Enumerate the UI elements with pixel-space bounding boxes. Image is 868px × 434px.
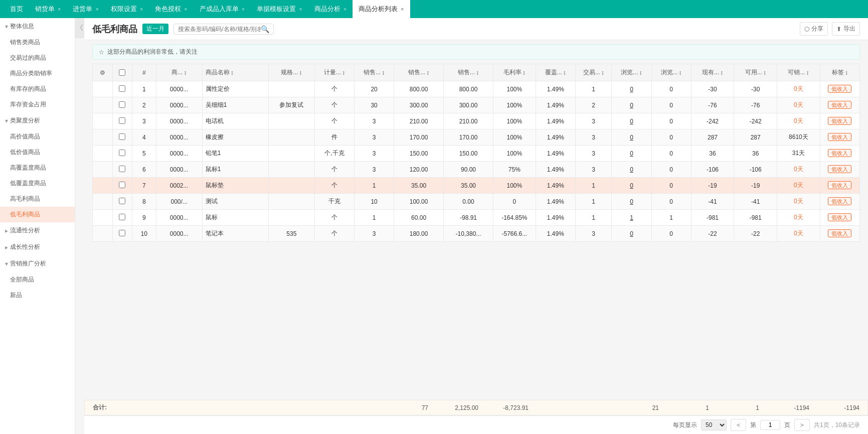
row-checkbox[interactable] xyxy=(119,182,125,188)
close-icon[interactable]: × xyxy=(58,6,61,12)
close-icon[interactable]: × xyxy=(401,6,404,12)
search-icon[interactable]: 🔍 xyxy=(261,25,269,33)
cell-pv1[interactable]: 0 xyxy=(612,162,651,178)
sidebar-item-high-gross[interactable]: 高毛利商品 xyxy=(0,191,75,207)
cell-pv1[interactable]: 0 xyxy=(612,178,651,194)
row-checkbox[interactable] xyxy=(119,133,125,140)
row-checkbox[interactable] xyxy=(119,230,125,236)
sidebar-group-cluster[interactable]: ▾ 类聚度分析 xyxy=(0,112,75,129)
nav-home[interactable]: 首页 xyxy=(4,0,29,18)
col-tag-header[interactable]: 标签 ↕ xyxy=(820,64,859,81)
page-input[interactable] xyxy=(760,420,780,430)
next-page-button[interactable]: ＞ xyxy=(794,419,810,431)
col-sale-price-header[interactable]: 销售... ↕ xyxy=(394,64,444,81)
col-settings[interactable]: ⚙ xyxy=(93,64,113,81)
nav-product-in[interactable]: 产成品入库单 × xyxy=(194,0,251,18)
col-gross-rate-header[interactable]: 毛利率 ↕ xyxy=(493,64,536,81)
table-row[interactable]: 4 0000... 橡皮擦 件 3 170.00 170.00 100% 1.4… xyxy=(93,129,860,146)
sidebar-item-high-cover[interactable]: 高覆盖度商品 xyxy=(0,160,75,176)
cell-pv1[interactable]: 0 xyxy=(612,129,651,146)
cell-check[interactable] xyxy=(112,129,132,146)
col-pv2-header[interactable]: 浏览... ↕ xyxy=(651,64,691,81)
sidebar-item-sales-products[interactable]: 销售类商品 xyxy=(0,35,75,50)
cell-pv1[interactable]: 0 xyxy=(612,81,651,97)
sidebar-item-low-gross[interactable]: 低毛利商品 xyxy=(0,207,75,222)
cell-pv1[interactable]: 1 xyxy=(612,210,651,226)
row-checkbox[interactable] xyxy=(119,198,125,204)
select-all-checkbox[interactable] xyxy=(119,69,125,76)
cell-settings[interactable] xyxy=(93,97,113,113)
cell-settings[interactable] xyxy=(93,194,113,210)
table-row[interactable]: 7 0002... 鼠标垫 个 1 35.00 35.00 100% 1.49%… xyxy=(93,178,860,194)
sidebar-group-marketing[interactable]: ▾ 营销推广分析 xyxy=(0,255,75,272)
col-tx-header[interactable]: 交易... ↕ xyxy=(575,64,612,81)
col-check[interactable] xyxy=(112,64,132,81)
col-code-header[interactable]: 商... ↕ xyxy=(156,64,202,81)
cell-check[interactable] xyxy=(112,210,132,226)
sidebar-item-capital[interactable]: 库存资金占用 xyxy=(0,97,75,112)
cell-settings[interactable] xyxy=(93,178,113,194)
row-checkbox[interactable] xyxy=(119,85,125,92)
search-input[interactable] xyxy=(178,26,261,33)
col-cover-header[interactable]: 覆盖... ↕ xyxy=(536,64,575,81)
row-checkbox[interactable] xyxy=(119,101,125,108)
nav-sales[interactable]: 销货单 × xyxy=(29,0,67,18)
cell-check[interactable] xyxy=(112,226,132,242)
row-checkbox[interactable] xyxy=(119,150,125,156)
cell-pv1[interactable]: 0 xyxy=(612,113,651,129)
sidebar-item-low-value[interactable]: 低价值商品 xyxy=(0,144,75,160)
table-row[interactable]: 6 0000... 鼠标1 个 3 120.00 90.00 75% 1.49%… xyxy=(93,162,860,178)
cell-check[interactable] xyxy=(112,81,132,97)
sidebar-item-high-value[interactable]: 高价值商品 xyxy=(0,129,75,144)
close-icon[interactable]: × xyxy=(242,6,245,12)
cell-pv1[interactable]: 0 xyxy=(612,194,651,210)
close-icon[interactable]: × xyxy=(299,6,302,12)
col-sale-qty-header[interactable]: 销售... ↕ xyxy=(355,64,394,81)
cell-pv1[interactable]: 0 xyxy=(612,146,651,162)
nav-purchase[interactable]: 进货单 × xyxy=(67,0,104,18)
table-row[interactable]: 1 0000... 属性定价 个 20 800.00 800.00 100% 1… xyxy=(93,81,860,97)
table-row[interactable]: 2 0000... 吴细细1 参加复试 个 30 300.00 300.00 1… xyxy=(93,97,860,113)
nav-permission[interactable]: 权限设置 × xyxy=(105,0,149,18)
sidebar-item-all-products[interactable]: 全部商品 xyxy=(0,272,75,287)
sidebar-item-category-rate[interactable]: 商品分类助销率 xyxy=(0,66,75,81)
col-avail-header[interactable]: 可用... ↕ xyxy=(734,64,777,81)
col-days-header[interactable]: 可销... ↕ xyxy=(777,64,820,81)
sidebar-item-low-cover[interactable]: 低覆盖度商品 xyxy=(0,176,75,191)
cell-settings[interactable] xyxy=(93,146,113,162)
close-icon[interactable]: × xyxy=(95,6,98,12)
close-icon[interactable]: × xyxy=(343,6,346,12)
sidebar-group-flow[interactable]: ▸ 流通性分析 xyxy=(0,222,75,239)
close-icon[interactable]: × xyxy=(184,6,187,12)
nav-product-analysis[interactable]: 商品分析 × xyxy=(308,0,353,18)
cell-settings[interactable] xyxy=(93,81,113,97)
cell-settings[interactable] xyxy=(93,226,113,242)
col-unit-header[interactable]: 计量... ↕ xyxy=(314,64,354,81)
sidebar-item-new-products[interactable]: 新品 xyxy=(0,287,75,303)
nav-role[interactable]: 角色授权 × xyxy=(149,0,193,18)
col-spec-header[interactable]: 规格... ↕ xyxy=(268,64,314,81)
sidebar-item-traded[interactable]: 交易过的商品 xyxy=(0,50,75,66)
cell-pv1[interactable]: 0 xyxy=(612,226,651,242)
nav-product-analysis-list[interactable]: 商品分析列表 × xyxy=(353,0,410,18)
cell-check[interactable] xyxy=(112,162,132,178)
cell-settings[interactable] xyxy=(93,162,113,178)
row-checkbox[interactable] xyxy=(119,166,125,172)
export-button[interactable]: ⬆ 导出 xyxy=(832,22,860,36)
row-checkbox[interactable] xyxy=(119,214,125,220)
per-page-select[interactable]: 50 100 200 xyxy=(701,419,727,430)
col-stock-header[interactable]: 现有... ↕ xyxy=(691,64,734,81)
filter-tag[interactable]: 近一月 xyxy=(142,24,168,34)
share-button[interactable]: ⬡ 分享 xyxy=(800,22,828,36)
sidebar-item-in-stock[interactable]: 有库存的商品 xyxy=(0,81,75,97)
cell-settings[interactable] xyxy=(93,210,113,226)
col-sale-amount-header[interactable]: 销售... ↕ xyxy=(444,64,493,81)
cell-check[interactable] xyxy=(112,146,132,162)
cell-pv1[interactable]: 0 xyxy=(612,97,651,113)
nav-template[interactable]: 单据模板设置 × xyxy=(251,0,308,18)
cell-settings[interactable] xyxy=(93,129,113,146)
cell-check[interactable] xyxy=(112,97,132,113)
table-row[interactable]: 9 0000... 鼠标 个 1 60.00 -98.91 -164.85% 1… xyxy=(93,210,860,226)
cell-check[interactable] xyxy=(112,113,132,129)
cell-settings[interactable] xyxy=(93,113,113,129)
